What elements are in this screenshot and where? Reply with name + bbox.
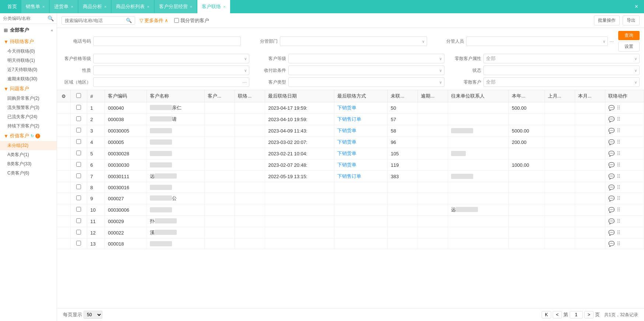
sidebar-search-bar[interactable]: 🔍 — [0, 13, 57, 24]
prev-page-button[interactable]: < — [553, 311, 562, 318]
checkbox-cell[interactable] — [70, 137, 87, 148]
contact-person-column-header[interactable]: 往来单位联系人 — [448, 90, 509, 102]
last-type-cell[interactable]: 下销售订单 — [334, 171, 388, 182]
status-select[interactable]: ∨ — [483, 66, 640, 75]
more-icon[interactable]: ⠿ — [617, 116, 620, 122]
search-icon[interactable]: 🔍 — [126, 18, 132, 23]
page-number-input[interactable] — [570, 311, 583, 318]
pending-contact-section[interactable]: ▼ 待联络客户 — [0, 36, 57, 47]
sidebar-item-tomorrow[interactable]: 明天待联络(1) — [0, 56, 57, 65]
sidebar-item-abnormal[interactable]: 回购异常客户(2) — [0, 94, 57, 103]
last-type-cell[interactable]: 下销货单 — [334, 159, 388, 171]
checkbox-cell[interactable] — [70, 114, 87, 125]
message-icon[interactable]: 💬 — [608, 151, 615, 156]
tab-product-analysis[interactable]: 商品分析 × — [78, 0, 111, 13]
sidebar-item-churn-warning[interactable]: 流失预警客户(3) — [0, 103, 57, 112]
checkbox-cell[interactable] — [70, 125, 87, 137]
close-tab-sales-icon[interactable]: × — [42, 4, 45, 9]
message-icon[interactable]: 💬 — [608, 218, 615, 224]
more-icon[interactable]: ⠿ — [617, 151, 620, 156]
more-icon[interactable]: ⠿ — [617, 195, 620, 201]
message-icon[interactable]: 💬 — [608, 241, 615, 247]
checkbox-cell[interactable] — [70, 193, 87, 204]
refresh-value-icon[interactable]: ↻ — [31, 134, 34, 138]
checkbox-column-header[interactable] — [70, 90, 87, 102]
last-type-cell[interactable]: 下销货单 — [334, 148, 388, 159]
message-icon[interactable]: 💬 — [608, 116, 615, 122]
search-bar[interactable]: 🔍 — [61, 16, 135, 25]
checkbox-cell[interactable] — [70, 239, 87, 249]
price-level-select[interactable]: ∨ — [93, 54, 249, 63]
value-customers-section[interactable]: ▼ 价值客户 ↻ ! — [0, 131, 57, 141]
sidebar-item-a-class[interactable]: A类客户(1) — [0, 150, 57, 159]
sidebar-item-churned[interactable]: 已流失客户(24) — [0, 112, 57, 121]
checkbox-cell[interactable] — [70, 182, 87, 193]
sparse-customer-select[interactable]: 全部 ∨ — [483, 77, 640, 87]
payment-select[interactable]: ∨ — [288, 66, 444, 75]
category-column-header[interactable]: 客户... — [205, 90, 235, 102]
message-icon[interactable]: 💬 — [608, 162, 615, 168]
next-page-button[interactable]: > — [584, 311, 594, 318]
message-icon[interactable]: 💬 — [608, 207, 615, 213]
code-column-header[interactable]: 客户编码 — [105, 90, 147, 102]
checkbox-cell[interactable] — [70, 171, 87, 182]
message-icon[interactable]: 💬 — [608, 230, 615, 236]
close-tab-contact-icon[interactable]: × — [223, 4, 225, 9]
window-close-button[interactable]: × — [632, 3, 641, 10]
home-button[interactable]: 首页 — [3, 3, 21, 10]
message-icon[interactable]: 💬 — [608, 128, 615, 134]
more-icon[interactable]: ⠿ — [617, 230, 620, 236]
close-tab-segment-icon[interactable]: × — [190, 4, 192, 9]
last-type-cell[interactable]: 下销售订单 — [334, 114, 388, 125]
checkbox-cell[interactable] — [70, 204, 87, 216]
nature-select[interactable]: ∨ — [93, 66, 249, 75]
first-page-button[interactable]: K — [542, 311, 551, 318]
reset-button[interactable]: 设置 — [618, 42, 640, 52]
problem-customers-section[interactable]: ▼ 问题客户 — [0, 84, 57, 94]
checkbox-cell[interactable] — [70, 227, 87, 239]
checkbox-cell[interactable] — [70, 102, 87, 114]
person-dots-icon[interactable]: ··· — [609, 38, 614, 44]
export-button[interactable]: 导出 — [623, 15, 640, 25]
last-month-column-header[interactable]: 上月... — [545, 90, 575, 102]
sidebar-item-declining[interactable]: 持续下滑客户(2) — [0, 121, 57, 131]
tab-sales-order[interactable]: 销售单 × — [21, 0, 49, 13]
more-icon[interactable]: ⠿ — [617, 207, 620, 213]
category-search-input[interactable] — [3, 16, 47, 21]
customer-type-select[interactable]: ∨ — [288, 77, 444, 87]
name-column-header[interactable]: 客户名称 — [147, 90, 205, 102]
last-contact-date-column-header[interactable]: 最后联络日期 — [265, 90, 334, 102]
message-icon[interactable]: 💬 — [608, 105, 615, 111]
batch-operation-button[interactable]: 批量操作 — [594, 15, 620, 25]
sidebar-search-icon[interactable]: 🔍 — [47, 15, 54, 21]
more-icon[interactable]: ⠿ — [617, 173, 620, 179]
last-type-cell[interactable]: 下销货单 — [334, 137, 388, 148]
message-icon[interactable]: 💬 — [608, 195, 615, 201]
all-customers-header[interactable]: ⊞ 全部客户 « — [0, 24, 57, 36]
select-all-checkbox[interactable] — [76, 93, 81, 98]
this-year-column-header[interactable]: 本年... — [509, 90, 545, 102]
sidebar-item-today[interactable]: 今天待联络(0) — [0, 47, 57, 56]
phone-input[interactable] — [93, 36, 241, 46]
overdue-column-header[interactable]: 逾期... — [418, 90, 448, 102]
person-select[interactable]: ∨ — [466, 36, 608, 46]
region-dots-icon[interactable]: ··· — [242, 79, 247, 85]
sidebar-item-7days[interactable]: 近7天待联络(0) — [0, 65, 57, 74]
my-customers-check[interactable] — [174, 18, 179, 23]
sidebar-item-ungroups[interactable]: 未分组(32) — [0, 141, 57, 150]
customer-level-select[interactable]: ∨ — [288, 54, 444, 63]
message-icon[interactable]: 💬 — [608, 184, 615, 190]
settings-column-header[interactable]: ⚙ — [57, 90, 70, 102]
close-tab-product-icon[interactable]: × — [104, 4, 106, 9]
more-conditions-button[interactable]: ▽ 更多条件 ∧ — [140, 17, 168, 24]
last-contact-type-column-header[interactable]: 最后联络方式 — [334, 90, 388, 102]
sidebar-item-overdue[interactable]: 逾期未联络(30) — [0, 74, 57, 84]
more-icon[interactable]: ⠿ — [617, 241, 620, 247]
more-icon[interactable]: ⠿ — [617, 218, 620, 224]
message-icon[interactable]: 💬 — [608, 139, 615, 145]
checkbox-cell[interactable] — [70, 216, 87, 227]
region-select[interactable]: ··· — [93, 77, 249, 87]
more-icon[interactable]: ⠿ — [617, 184, 620, 190]
tab-purchase-order[interactable]: 进货单 × — [50, 0, 77, 13]
checkbox-cell[interactable] — [70, 148, 87, 159]
